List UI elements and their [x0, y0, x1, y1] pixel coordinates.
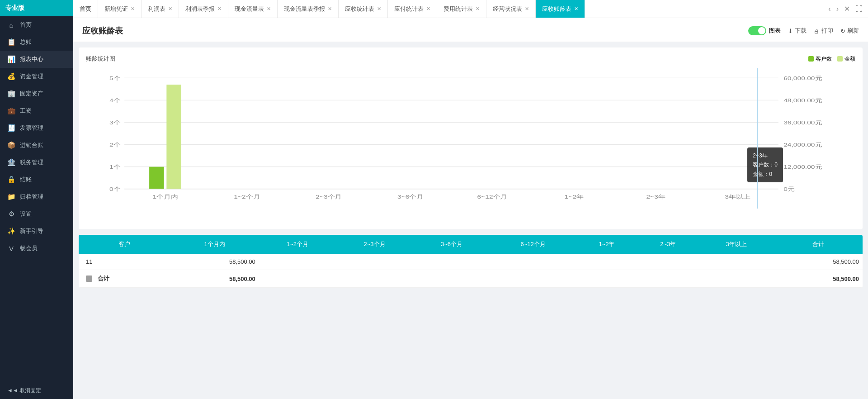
- sidebar-item-funds[interactable]: 💰资金管理: [0, 68, 73, 85]
- tab-cashflow[interactable]: 现金流量表✕: [228, 0, 278, 18]
- svg-text:48,000.00元: 48,000.00元: [783, 97, 822, 103]
- download-icon: ⬇: [788, 28, 793, 34]
- tab-close-ar-age[interactable]: ✕: [574, 6, 578, 12]
- tab-voucher[interactable]: 新增凭证✕: [98, 0, 142, 18]
- chart-toggle[interactable]: [748, 26, 766, 35]
- funds-icon: 💰: [7, 72, 15, 81]
- tab-cashflow-q[interactable]: 现金流量表季报✕: [278, 0, 339, 18]
- chart-container: 0个0元1个12,000.00元2个24,000.00元3个36,000.00元…: [86, 68, 855, 222]
- tab-profit[interactable]: 利润表✕: [142, 0, 179, 18]
- chart-toggle-label: 图表: [769, 27, 781, 35]
- tab-ap-stat[interactable]: 应付统计表✕: [388, 0, 437, 18]
- sidebar-item-home[interactable]: ⌂首页: [0, 16, 73, 33]
- svg-text:3~6个月: 3~6个月: [397, 194, 424, 200]
- total-icon: [86, 276, 92, 282]
- table-header-2~3个月: 2~3个月: [336, 235, 413, 254]
- sidebar-item-archive[interactable]: 📁归档管理: [0, 188, 73, 205]
- tab-close-profit-q[interactable]: ✕: [217, 6, 222, 12]
- sidebar-item-tax[interactable]: 🏦税务管理: [0, 154, 73, 171]
- table-header-1个月内: 1个月内: [170, 235, 259, 254]
- tab-ar-age[interactable]: 应收账龄表✕: [536, 0, 585, 18]
- table-header-合计: 合计: [774, 235, 863, 254]
- svg-text:1个: 1个: [109, 164, 121, 170]
- svg-text:36,000.00元: 36,000.00元: [783, 120, 822, 126]
- sidebar-item-reports[interactable]: 📊报表中心: [0, 51, 73, 68]
- settings-icon: ⚙: [7, 210, 15, 218]
- table-row: 1158,500.0058,500.00: [79, 254, 863, 270]
- tab-close-operation[interactable]: ✕: [525, 6, 529, 12]
- sidebar-item-guide[interactable]: ✨新手引导: [0, 223, 73, 240]
- sidebar-logo: 专业版: [0, 0, 73, 16]
- sidebar-item-close[interactable]: 🔒结账: [0, 171, 73, 188]
- sidebar-item-assets[interactable]: 🏢固定资产: [0, 85, 73, 102]
- tab-nav: ‹ › ✕ ⛶: [823, 4, 868, 14]
- svg-text:1~2年: 1~2年: [565, 194, 584, 200]
- svg-rect-18: [149, 167, 164, 189]
- tab-operation[interactable]: 经营状况表✕: [486, 0, 536, 18]
- svg-text:3年以上: 3年以上: [725, 194, 750, 200]
- tab-home[interactable]: 首页: [73, 0, 98, 18]
- data-table: 客户1个月内1~2个月2~3个月3~6个月6~12个月1~2年2~3年3年以上合…: [79, 235, 863, 288]
- tab-close-ar-stat[interactable]: ✕: [377, 6, 381, 12]
- table-total-row: 合计58,500.0058,500.00: [79, 270, 863, 288]
- print-icon: 🖨: [814, 28, 820, 34]
- table-header-2~3年: 2~3年: [637, 235, 699, 254]
- tab-close-ap-stat[interactable]: ✕: [426, 6, 430, 12]
- tab-close-cashflow-q[interactable]: ✕: [328, 6, 332, 12]
- sidebar-item-settings[interactable]: ⚙设置: [0, 205, 73, 223]
- chart-header: 账龄统计图 客户数金额: [86, 55, 855, 63]
- tab-bar: 首页新增凭证✕利润表✕利润表季报✕现金流量表✕现金流量表季报✕应收统计表✕应付统…: [73, 0, 868, 18]
- page-content: 应收账龄表 图表 ⬇ 下载 🖨 打印 ↻ 刷新: [73, 18, 868, 399]
- svg-text:0元: 0元: [783, 186, 795, 192]
- svg-text:0个: 0个: [109, 186, 121, 192]
- table-section: 客户1个月内1~2个月2~3个月3~6个月6~12个月1~2年2~3年3年以上合…: [79, 235, 863, 288]
- legend-dot-customers: [808, 56, 814, 62]
- archive-icon: 📁: [7, 193, 15, 201]
- table-header-1~2个月: 1~2个月: [259, 235, 336, 254]
- table-header-6~12个月: 6~12个月: [490, 235, 576, 254]
- ledger-icon: 📋: [7, 38, 15, 46]
- svg-text:12,000.00元: 12,000.00元: [783, 164, 822, 170]
- tab-close-profit[interactable]: ✕: [168, 6, 172, 12]
- svg-text:2~3个月: 2~3个月: [316, 194, 342, 200]
- tab-expense[interactable]: 费用统计表✕: [437, 0, 486, 18]
- sidebar-footer[interactable]: ◄◄ 取消固定: [0, 382, 73, 399]
- tab-next-icon[interactable]: ›: [835, 4, 840, 14]
- tab-close-cashflow[interactable]: ✕: [267, 6, 271, 12]
- svg-text:4个: 4个: [109, 97, 121, 103]
- refresh-button[interactable]: ↻ 刷新: [840, 27, 859, 35]
- chart-title: 账龄统计图: [86, 55, 115, 63]
- invoice-icon: 🧾: [7, 124, 15, 132]
- legend-customers: 客户数: [808, 55, 832, 63]
- sidebar-item-payroll[interactable]: 💼工资: [0, 102, 73, 119]
- svg-text:1~2个月: 1~2个月: [234, 194, 260, 200]
- table-header-1~2年: 1~2年: [576, 235, 637, 254]
- tab-close-icon[interactable]: ✕: [842, 4, 852, 14]
- tax-icon: 🏦: [7, 158, 15, 166]
- print-button[interactable]: 🖨 打印: [814, 27, 833, 35]
- table-header-3~6个月: 3~6个月: [413, 235, 490, 254]
- legend-amount: 金额: [837, 55, 855, 63]
- page-actions: 图表 ⬇ 下载 🖨 打印 ↻ 刷新: [748, 26, 859, 35]
- inventory-icon: 📦: [7, 141, 15, 149]
- svg-text:2个: 2个: [109, 142, 121, 148]
- close-icon: 🔒: [7, 176, 15, 184]
- sidebar-item-ledger[interactable]: 📋总账: [0, 33, 73, 51]
- tab-prev-icon[interactable]: ‹: [826, 4, 832, 14]
- tab-expand-icon[interactable]: ⛶: [854, 4, 864, 14]
- sidebar-item-inventory[interactable]: 📦进销台账: [0, 137, 73, 154]
- chart-toggle-group: 图表: [748, 26, 781, 35]
- guide-icon: ✨: [7, 227, 15, 235]
- assets-icon: 🏢: [7, 90, 15, 98]
- download-button[interactable]: ⬇ 下载: [788, 27, 807, 35]
- sidebar-item-vip[interactable]: V畅会员: [0, 240, 73, 257]
- tab-profit-q[interactable]: 利润表季报✕: [179, 0, 228, 18]
- chart-legend: 客户数金额: [808, 55, 855, 63]
- svg-rect-19: [166, 85, 181, 189]
- tab-close-expense[interactable]: ✕: [476, 6, 480, 12]
- svg-text:3个: 3个: [109, 120, 121, 126]
- svg-text:1个月内: 1个月内: [152, 194, 178, 200]
- tab-close-voucher[interactable]: ✕: [131, 6, 135, 12]
- tab-ar-stat[interactable]: 应收统计表✕: [339, 0, 388, 18]
- sidebar-item-invoice[interactable]: 🧾发票管理: [0, 119, 73, 137]
